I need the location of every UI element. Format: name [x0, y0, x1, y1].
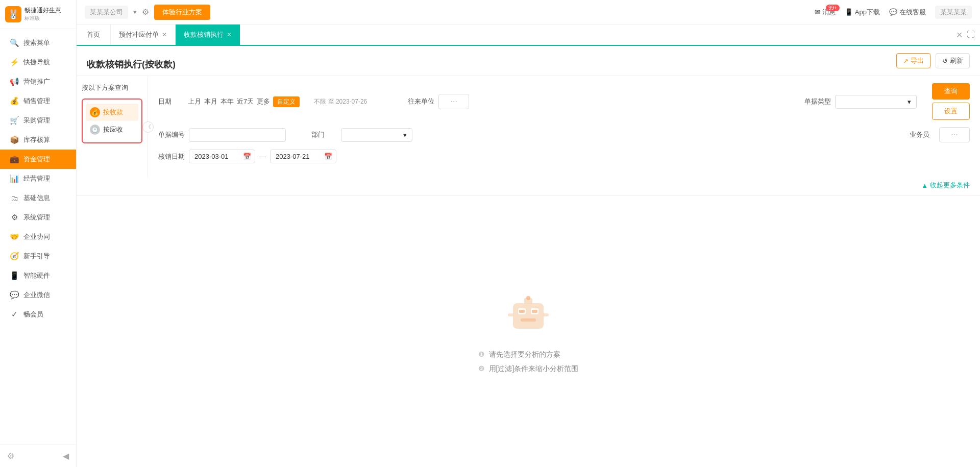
- filter-row-3: 核销日期 📅 — 📅: [158, 150, 970, 163]
- date-this-year[interactable]: 本年: [220, 97, 234, 106]
- writeoff-start-calendar-icon[interactable]: 📅: [243, 153, 251, 160]
- purchase-icon: 🛒: [9, 116, 19, 125]
- sidebar-footer: ⚙ ◀: [0, 445, 76, 467]
- related-party-input[interactable]: ···: [438, 94, 469, 109]
- collapse-sidebar-icon[interactable]: ◀: [63, 451, 69, 461]
- query-button[interactable]: 查询: [932, 83, 970, 100]
- writeoff-end-calendar-icon[interactable]: 📅: [324, 153, 332, 160]
- member-icon: ✓: [9, 310, 19, 319]
- receivable-tab-close-icon[interactable]: ✕: [227, 31, 232, 38]
- sidebar-item-finance[interactable]: 💼资金管理: [0, 150, 76, 169]
- receivable-tab-label: 收款核销执行: [184, 30, 224, 39]
- sidebar-item-system[interactable]: ⚙系统管理: [0, 208, 76, 227]
- svg-point-7: [526, 296, 530, 300]
- writeoff-date-label: 核销日期: [158, 152, 185, 161]
- empty-illustration: [503, 288, 554, 339]
- expand-tab-icon[interactable]: ⛶: [967, 30, 975, 39]
- tabbar: 首页 预付冲应付单 ✕ 收款核销执行 ✕ ✕ ⛶: [77, 24, 980, 46]
- department-select[interactable]: ▾: [341, 128, 412, 142]
- service-label: 在线客服: [899, 8, 926, 17]
- app-download-button[interactable]: 📱 App下载: [845, 8, 880, 17]
- enterprise-icon: 🤝: [9, 232, 19, 241]
- date-more[interactable]: 更多: [257, 97, 270, 106]
- doc-type-select[interactable]: ▾: [835, 95, 917, 109]
- tab-home[interactable]: 首页: [77, 24, 111, 45]
- settings-button[interactable]: 设置: [932, 103, 970, 120]
- filter-option-by-receipt[interactable]: 💰 按收款: [86, 104, 138, 121]
- sidebar-item-sales[interactable]: 💰销售管理: [0, 91, 76, 111]
- filter-main: 日期 上月 本月 本年 近7天 更多 自定义 不限 至 2023-07-26: [148, 76, 980, 178]
- online-service-button[interactable]: 💬 在线客服: [889, 8, 926, 17]
- sidebar-item-search[interactable]: 🔍搜索菜单: [0, 33, 76, 53]
- svg-rect-3: [519, 310, 525, 313]
- filter-panel: 按以下方案查询 💰 按收款 🕐 按应收 《: [77, 76, 980, 178]
- enterprise-label: 企业协同: [23, 232, 50, 241]
- search-label: 搜索菜单: [23, 38, 50, 47]
- sidebar-item-base[interactable]: 🗂基础信息: [0, 188, 76, 208]
- main-content: 某某某公司 ▾ ⚙ 体验行业方案 ✉ 消息 99+ 📱 App下载 💬 在线客服…: [77, 0, 980, 467]
- doc-number-input[interactable]: [189, 128, 286, 142]
- filter-option-by-receivable[interactable]: 🕐 按应收: [86, 121, 138, 138]
- export-icon: ↗: [903, 57, 909, 65]
- refresh-button[interactable]: ↺ 刷新: [936, 53, 970, 68]
- filter-sidebar: 按以下方案查询 💰 按收款 🕐 按应收 《: [77, 76, 148, 178]
- filter-row-1: 日期 上月 本月 本年 近7天 更多 自定义 不限 至 2023-07-26: [158, 83, 970, 120]
- filter-receipt-icon: 💰: [90, 107, 100, 117]
- tab-receivable[interactable]: 收款核销执行 ✕: [176, 24, 240, 45]
- sidebar-item-wechat[interactable]: 💬企业微信: [0, 285, 76, 305]
- company-name[interactable]: 某某某公司: [85, 6, 128, 19]
- sidebar-nav: 🔍搜索菜单⚡快捷导航📢营销推广💰销售管理🛒采购管理📦库存核算💼资金管理📊经营管理…: [0, 29, 76, 445]
- marketing-icon: 📢: [9, 77, 19, 86]
- staff-input[interactable]: ···: [939, 127, 970, 142]
- svg-rect-0: [513, 303, 544, 329]
- prepay-tab-close-icon[interactable]: ✕: [162, 31, 167, 38]
- date-no-limit: 不限 至 2023-07-26: [314, 97, 367, 106]
- sidebar-item-member[interactable]: ✓畅会员: [0, 305, 76, 324]
- department-chevron-icon: ▾: [403, 131, 407, 139]
- related-party-field: 往来单位 ···: [408, 94, 469, 109]
- filter-receipt-label: 按收款: [103, 108, 123, 117]
- sidebar-item-purchase[interactable]: 🛒采购管理: [0, 111, 76, 130]
- sidebar-item-guide[interactable]: 🧭新手引导: [0, 247, 76, 266]
- hardware-icon: 📱: [9, 271, 19, 280]
- sidebar-item-enterprise[interactable]: 🤝企业协同: [0, 227, 76, 247]
- app-icon: 📱: [845, 8, 853, 16]
- base-icon: 🗂: [9, 194, 19, 203]
- filter-collapse-button[interactable]: 《: [142, 121, 154, 133]
- close-all-tabs-icon[interactable]: ✕: [956, 30, 963, 40]
- doc-type-chevron-icon: ▾: [908, 98, 911, 106]
- refresh-icon: ↺: [942, 57, 948, 65]
- settings-footer-icon[interactable]: ⚙: [7, 451, 14, 461]
- sidebar-item-inventory[interactable]: 📦库存核算: [0, 130, 76, 150]
- topbar-gear-icon[interactable]: ⚙: [142, 7, 149, 17]
- date-custom-tag[interactable]: 自定义: [273, 96, 300, 107]
- guide-label: 新手引导: [23, 252, 50, 261]
- sidebar-item-hardware[interactable]: 📱智能硬件: [0, 266, 76, 285]
- home-tab-label: 首页: [87, 30, 100, 39]
- sidebar-item-quick[interactable]: ⚡快捷导航: [0, 53, 76, 72]
- department-field: 部门 ▾: [311, 128, 412, 142]
- date-this-month[interactable]: 本月: [204, 97, 217, 106]
- date-last-month[interactable]: 上月: [188, 97, 201, 106]
- sidebar-item-business[interactable]: 📊经营管理: [0, 169, 76, 188]
- date-7days[interactable]: 近7天: [237, 97, 254, 106]
- collapse-up-icon: ▲: [921, 182, 928, 189]
- message-button[interactable]: ✉ 消息 99+: [815, 8, 836, 17]
- logo-sub: 标准版: [24, 15, 61, 22]
- quick-icon: ⚡: [9, 58, 19, 67]
- related-party-label: 往来单位: [408, 97, 434, 106]
- empty-state: ❶ 请先选择要分析的方案 ❷ 用[过滤]条件来缩小分析范围: [77, 196, 980, 467]
- industry-solution-button[interactable]: 体验行业方案: [154, 5, 210, 20]
- purchase-label: 采购管理: [23, 116, 50, 125]
- svg-rect-4: [532, 310, 537, 313]
- svg-rect-5: [521, 318, 536, 322]
- writeoff-date-range: 📅 — 📅: [189, 150, 336, 163]
- user-info[interactable]: 某某某某: [935, 6, 972, 19]
- company-dropdown-icon[interactable]: ▾: [133, 8, 137, 16]
- collapse-more-button[interactable]: ▲ 收起更多条件: [77, 178, 980, 195]
- export-button[interactable]: ↗ 导出: [896, 53, 930, 68]
- tab-prepay[interactable]: 预付冲应付单 ✕: [111, 24, 176, 45]
- base-label: 基础信息: [23, 193, 50, 203]
- date-label: 日期: [158, 97, 184, 106]
- sidebar-item-marketing[interactable]: 📢营销推广: [0, 72, 76, 91]
